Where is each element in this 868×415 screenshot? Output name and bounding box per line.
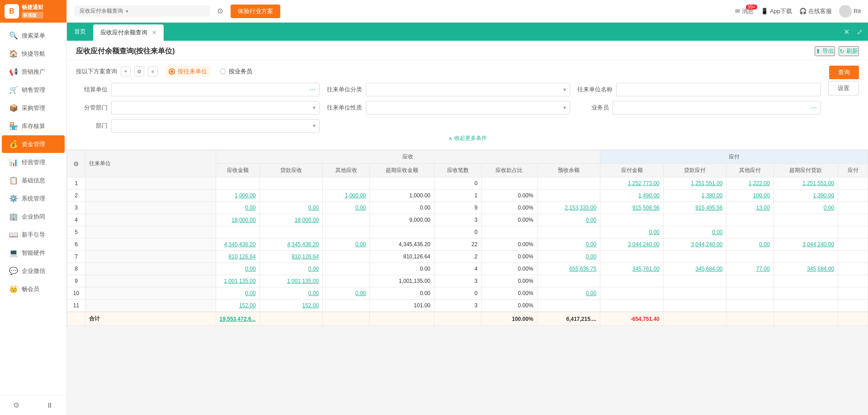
- row-ap-tail: [838, 214, 868, 226]
- hardware-icon: 💻: [9, 248, 18, 257]
- row-ar-count: 3: [434, 214, 481, 226]
- row-ar-other: [323, 263, 370, 275]
- sidebar-item-member[interactable]: 👑 畅会员: [2, 280, 65, 298]
- tab-close-all-icon[interactable]: ✕: [842, 26, 851, 38]
- scheme-label: 按以下方案查询: [76, 67, 117, 76]
- row-ar-amt: 0.00: [216, 287, 259, 300]
- collapse-btn[interactable]: ∧ 收起更多条件: [448, 134, 487, 142]
- operations-icon: 📊: [9, 158, 18, 167]
- row-ap-tail: [838, 287, 868, 300]
- row-ap-amt: [600, 251, 664, 263]
- sidebar-item-enterprise[interactable]: 🏢 企业协同: [2, 208, 65, 225]
- footer-empty-idx: [67, 312, 85, 326]
- user-menu[interactable]: Rit: [839, 5, 861, 18]
- row-ap-other: 1,222.00: [726, 177, 774, 190]
- row-ar-loan: 4,345,436.20: [259, 239, 323, 251]
- settlement-input[interactable]: ···: [111, 83, 320, 96]
- user-avatar: [839, 5, 852, 18]
- table-gear-header[interactable]: ⚙: [67, 150, 85, 177]
- sidebar-item-purchase[interactable]: 📦 采购管理: [2, 99, 65, 117]
- row-idx: 7: [67, 251, 85, 263]
- app-download-button[interactable]: 📱 App下载: [761, 7, 792, 15]
- sidebar-item-marketing[interactable]: 📢 营销推广: [2, 63, 65, 81]
- header-gear-icon[interactable]: ⚙: [215, 5, 225, 17]
- row-ar-other: [323, 214, 370, 226]
- row-ar-prepay: [537, 226, 600, 239]
- row-ar-loan: 0.00: [259, 287, 323, 300]
- export-button[interactable]: ⬆ 导出: [815, 46, 835, 56]
- col-ar-ratio: 应收款占比: [481, 164, 537, 177]
- row-ar-count: 1: [434, 190, 481, 202]
- sidebar-item-guide[interactable]: 📖 新手引导: [2, 226, 65, 243]
- row-ar-ratio: 0.00%: [481, 214, 537, 226]
- row-ar-prepay: 0.00: [537, 214, 600, 226]
- sidebar-item-finance[interactable]: 💰 资金管理: [2, 135, 65, 153]
- message-button[interactable]: ✉ 消息 99+: [735, 7, 754, 15]
- sidebar-item-sales[interactable]: 🛒 销售管理: [2, 81, 65, 99]
- filter-row-dept: 分管部门 ▾: [76, 101, 320, 114]
- partner-nature-input[interactable]: ▾: [366, 101, 571, 114]
- row-ar-other: [323, 251, 370, 263]
- sidebar-item-system[interactable]: ⚙️ 系统管理: [2, 190, 65, 207]
- ap-group-header: 应付: [600, 150, 868, 164]
- filter-row-settlement: 结算单位 ···: [76, 83, 320, 96]
- sidebar-label-basic: 基础信息: [22, 176, 45, 185]
- salesperson-input[interactable]: ···: [613, 101, 821, 114]
- service-icon: 🎧: [799, 8, 807, 14]
- partner-name-label: 往来单位名称: [577, 86, 613, 94]
- partner-cat-input[interactable]: ▾: [366, 83, 571, 96]
- row-ar-ratio: [481, 177, 537, 190]
- row-ar-prepay: 2,153,333.00: [537, 202, 600, 214]
- promo-button[interactable]: 体验行业方案: [231, 5, 280, 18]
- partner-name-input[interactable]: [616, 83, 821, 96]
- tab-arbalance[interactable]: 应收应付余额查询 ✕: [93, 24, 164, 41]
- dept-input[interactable]: ▾: [111, 101, 320, 114]
- table-row: 4 18,000.00 18,000.00 9,000.00 3 0.00% 0…: [67, 214, 868, 226]
- footer-ar-total: 19,553,472,6...: [216, 312, 259, 326]
- row-ap-loan: [663, 251, 726, 263]
- add-scheme-btn[interactable]: +: [121, 67, 131, 76]
- tab-close-icon[interactable]: ✕: [152, 29, 156, 36]
- query-button[interactable]: 查询: [829, 66, 859, 79]
- sidebar-collapse-btn[interactable]: ⏸: [42, 400, 57, 411]
- row-ar-ratio: 0.00%: [481, 300, 537, 312]
- footer-ap-loan: [663, 312, 726, 326]
- sidebar-item-hardware[interactable]: 💻 智能硬件: [2, 244, 65, 262]
- setting-button[interactable]: 设置: [828, 81, 859, 95]
- row-partner: [85, 275, 216, 287]
- row-ap-loan: 345,684.00: [663, 263, 726, 275]
- filter-scheme: 按以下方案查询 + ⚙ « 按往来单位: [76, 66, 821, 77]
- sidebar-settings-btn[interactable]: ⚙: [9, 399, 23, 411]
- partner-nature-label: 往来单位性质: [327, 104, 362, 112]
- sidebar-item-search[interactable]: 🔍 搜索菜单: [2, 27, 65, 44]
- row-idx: 1: [67, 177, 85, 190]
- scheme-option-partner[interactable]: 按往来单位: [165, 66, 211, 77]
- scheme-back-btn[interactable]: «: [148, 67, 158, 76]
- tab-home[interactable]: 首页: [67, 23, 93, 41]
- row-ap-other: 77.00: [726, 263, 774, 275]
- row-ap-loan: [663, 275, 726, 287]
- refresh-button[interactable]: ↻ 刷新: [839, 46, 859, 56]
- row-idx: 2: [67, 190, 85, 202]
- scheme-option-salesperson[interactable]: 按业务员: [216, 66, 256, 77]
- col-ar-overdue: 超期应收金额: [370, 164, 434, 177]
- export-icon: ⬆: [816, 48, 821, 55]
- row-ar-amt: [216, 226, 259, 239]
- page-actions: ⬆ 导出 ↻ 刷新: [815, 46, 859, 56]
- tab-expand-icon[interactable]: ⤢: [855, 26, 864, 38]
- sidebar-item-wechat[interactable]: 💬 企业微信: [2, 262, 65, 280]
- footer-ap-total: -654,751.40: [600, 312, 664, 326]
- sidebar-item-operations[interactable]: 📊 经营管理: [2, 153, 65, 171]
- sidebar-item-basic[interactable]: 📋 基础信息: [2, 172, 65, 189]
- scheme-options: 按往来单位 按业务员: [165, 66, 256, 77]
- sidebar-label-system: 系统管理: [22, 195, 45, 203]
- row-partner: [85, 287, 216, 300]
- row-ap-loan: 1,251,551.00: [663, 177, 726, 190]
- row-ar-count: 0: [434, 226, 481, 239]
- scheme-settings-btn[interactable]: ⚙: [134, 67, 144, 76]
- sidebar-item-inventory[interactable]: 🏪 库存核算: [2, 117, 65, 135]
- subdept-input[interactable]: ▾: [111, 119, 320, 133]
- sidebar-item-quick[interactable]: 🏠 快捷导航: [2, 45, 65, 62]
- online-service-button[interactable]: 🎧 在线客服: [799, 7, 832, 15]
- row-idx: 10: [67, 287, 85, 300]
